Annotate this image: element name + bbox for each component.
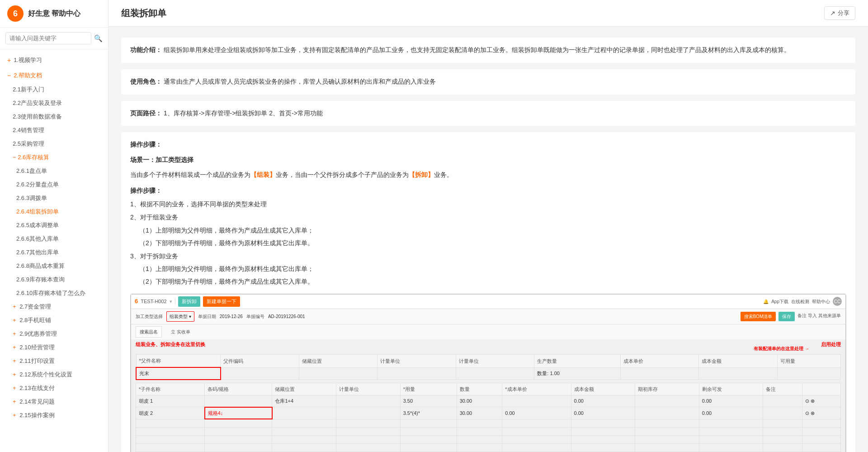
intro-block: 功能介绍： 组装拆卸单用来处理企业组装或拆卸等加工业务，支持有固定装配清单的产品… — [121, 38, 855, 63]
main-content: 组装拆卸单 ↗ 分享 功能介绍： 组装拆卸单用来处理企业组装或拆卸等加工业务，支… — [108, 0, 868, 452]
lower-cell-cost-amt: 0.00 — [571, 407, 635, 419]
sidebar-sub-items: 2.1新手入门 2.2产品安装及登录 2.3使用前数据准备 2.4销售管理 2.… — [0, 83, 108, 422]
sidebar-item-stocktake[interactable]: 2.6.1盘点单 — [0, 164, 108, 178]
search-input[interactable] — [5, 32, 91, 44]
nav-section-videos: + 1.视频学习 — [0, 53, 108, 67]
lower-cell-note — [763, 395, 802, 407]
confirm-btn[interactable]: 立 实收单 — [171, 328, 190, 336]
lower-cell-cost-price: 0.00 — [502, 407, 571, 419]
sidebar-item-transfer[interactable]: 2.6.3调拨单 — [0, 191, 108, 205]
sidebar-item-assembly[interactable]: 2.6.4组装拆卸单 — [0, 205, 108, 219]
sidebar-item-ledger[interactable]: 2.6.9库存账本查询 — [0, 273, 108, 286]
sidebar-item-print[interactable]: + 2.11打印设置 — [0, 354, 108, 368]
sidebar-item-purchase[interactable]: 2.5采购管理 — [0, 137, 108, 151]
plus-icon: + — [13, 371, 16, 378]
nav-section-docs: − 2.帮助文档 2.1新手入门 2.2产品安装及登录 2.3使用前数据准备 2… — [0, 68, 108, 422]
lower-cell-qty: 30.00 — [457, 395, 502, 407]
sidebar-item-cases[interactable]: + 2.15操作案例 — [0, 409, 108, 422]
upper-table: *父件名称 父件编码 储藏位置 计量单位 计量单位 生产数量 成本单价 成本金额… — [136, 354, 841, 380]
sidebar-item-coupon[interactable]: + 2.9优惠券管理 — [0, 327, 108, 341]
app-new-btn[interactable]: 新建单据一下 — [203, 296, 240, 307]
lower-table-row-empty — [136, 435, 841, 443]
search-bom-label: 搜索品名 — [140, 329, 158, 334]
sidebar-item-videos[interactable]: + 1.视频学习 — [0, 53, 108, 67]
lower-cell-location: 仓库1+4 — [272, 395, 336, 407]
content-area: 功能介绍： 组装拆卸单用来处理企业组装或拆卸等加工业务，支持有固定装配清单的产品… — [108, 27, 868, 452]
app-tab-active[interactable]: 新拆卸 — [178, 296, 200, 307]
lower-col-unit: 计量单位 — [336, 383, 401, 395]
ann-text-bom: 有装配清单的在这里处理 → — [754, 345, 809, 352]
upper-col-unit: 计量单位 — [377, 355, 456, 367]
sidebar-item-inventory[interactable]: − 2.6库存核算 — [0, 151, 108, 164]
sidebar-item-operations[interactable]: + 2.10经营管理 — [0, 341, 108, 354]
upper-col-code: 父件编码 — [221, 355, 299, 367]
sidebar-item-other-out[interactable]: 2.6.7其他出库单 — [0, 246, 108, 259]
sidebar-item-partial-stocktake[interactable]: 2.6.2分量盘点单 — [0, 178, 108, 191]
toolbar-type-select[interactable]: 组装类型 ▾ — [166, 311, 194, 322]
sidebar-item-label: 2.12系统个性化设置 — [19, 371, 72, 378]
sidebar-item-label: 2.2产品安装及登录 — [13, 100, 62, 106]
app-avatar: CC — [833, 297, 842, 306]
sidebar-item-label: 2.9优惠券管理 — [19, 330, 57, 337]
scene1-desc: 当由多个子件材料组装成一个成品的业务为【组装】业务，当由一个父件拆分成多个子产品… — [130, 169, 846, 181]
plus-icon: + — [7, 57, 11, 64]
screenshot-wrapper: 6 TEST-H002 ▾ 新拆卸 新建单据一下 🔔 App下载 在线检测 帮助… — [130, 294, 846, 452]
upper-col-cost-amt: 成本金额 — [699, 355, 778, 367]
step3: 3、对于拆卸业务 — [130, 251, 846, 262]
sidebar-item-label: 2.帮助文档 — [14, 71, 42, 80]
role-block: 使用角色： 通常由生产人员或库管人员完成拆装业务的操作，库管人员确认原材料的出库… — [121, 69, 855, 95]
step3-sub1: （1）上部明细为父件明细，最终作为原材料生成其它出库单； — [139, 264, 846, 275]
intro-text: 组装拆卸单用来处理企业组装或拆卸等加工业务，支持有固定装配清单的产品加工业务，也… — [164, 46, 790, 53]
sidebar-item-faq[interactable]: + 2.14常见问题 — [0, 395, 108, 409]
sidebar-item-other-in[interactable]: 2.6.6其他入库单 — [0, 232, 108, 246]
sidebar-item-label: 2.10经营管理 — [19, 344, 54, 351]
minus-icon: − — [13, 154, 16, 161]
sidebar-item-label: 2.6库存核算 — [18, 154, 49, 161]
sidebar-item-system[interactable]: + 2.12系统个性化设置 — [0, 368, 108, 381]
upper-col-avail: 可用量 — [777, 355, 840, 367]
sidebar-item-cost-recalc[interactable]: 2.6.8商品成本重算 — [0, 259, 108, 273]
upper-cell-name: 光末 — [136, 367, 221, 380]
sidebar-header: 6 好生意 帮助中心 — [0, 0, 108, 28]
path-label: 页面路径： — [130, 109, 162, 117]
share-icon: ↗ — [830, 10, 835, 17]
lower-col-location: 储藏位置 — [272, 383, 336, 395]
step1: 1、根据不同的业务，选择不同单据的类型来处理 — [130, 199, 846, 210]
app-header: 6 TEST-H002 ▾ 新拆卸 新建单据一下 🔔 App下载 在线检测 帮助… — [131, 295, 845, 309]
sidebar-item-payment[interactable]: + 2.13在线支付 — [0, 381, 108, 395]
lower-table-row: 胡皮 1 仓库1+4 3.50 30.00 0.00 0.00 — [136, 395, 841, 407]
plus-icon: + — [13, 344, 16, 351]
upper-table-row: 光末 数量: 1.00 — [136, 367, 841, 380]
app-dropdown-icon: ▾ — [170, 297, 172, 306]
sidebar-item-finance[interactable]: + 2.7资金管理 — [0, 300, 108, 314]
sidebar-item-docs[interactable]: − 2.帮助文档 — [0, 68, 108, 83]
toolbar-save-btn[interactable]: 保存 — [778, 312, 795, 321]
operations-block: 操作步骤： 场景一：加工类型选择 当由多个子件材料组装成一个成品的业务为【组装】… — [121, 132, 855, 452]
lower-cell-init-stock — [635, 395, 699, 407]
app-logo: 6 — [135, 296, 138, 306]
lower-col-barcode: 条码/规格 — [205, 383, 272, 395]
search-icon[interactable]: 🔍 — [94, 34, 103, 43]
path-block: 页面路径： 1、库存核算->库存管理->组装拆卸单 2、首页->常用功能 — [121, 101, 855, 126]
sidebar-item-install[interactable]: 2.2产品安装及登录 — [0, 96, 108, 110]
toolbar-date: 2019-12-26 — [220, 313, 243, 320]
sidebar-item-cost-adj[interactable]: 2.6.5成本调整单 — [0, 219, 108, 232]
logo-icon: 6 — [7, 5, 24, 22]
share-button[interactable]: ↗ 分享 — [824, 6, 855, 20]
lower-col-name: *子件名称 — [136, 383, 205, 395]
ann-row1: 搜索品名 立 实收单 — [131, 324, 845, 339]
sidebar-item-label: 1.视频学习 — [14, 56, 42, 64]
highlight-assembly: 【组装】 — [250, 171, 276, 178]
intro-label: 功能介绍： — [130, 46, 162, 53]
sidebar-item-label: 2.3使用前数据准备 — [13, 113, 62, 120]
sidebar-item-newbie[interactable]: 2.1新手入门 — [0, 83, 108, 96]
step3-sub2: （2）下部明细为子件明细，最终作为产成品生成其它入库单。 — [139, 276, 846, 287]
sidebar-item-mobile[interactable]: + 2.8手机旺铺 — [0, 314, 108, 327]
upper-col-name: *父件名称 — [136, 355, 221, 367]
sidebar-item-ledger-fix[interactable]: 2.6.10库存账本错了怎么办 — [0, 286, 108, 300]
toolbar-bom-btn[interactable]: 搜索BOM清单 — [741, 312, 776, 321]
lower-cell-note — [763, 407, 802, 419]
sidebar-item-sales[interactable]: 2.4销售管理 — [0, 124, 108, 137]
app-icon3: 在线检测 — [791, 298, 809, 305]
sidebar-item-data-prep[interactable]: 2.3使用前数据准备 — [0, 110, 108, 124]
